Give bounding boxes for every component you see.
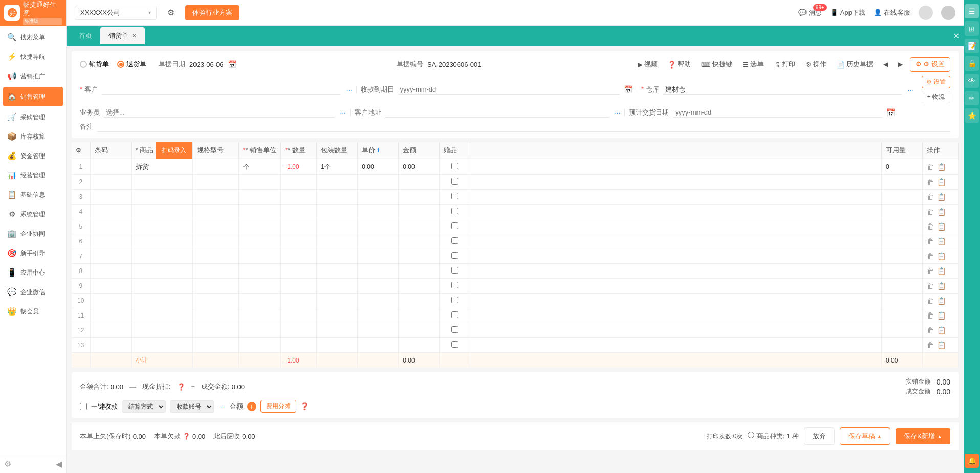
row-unit[interactable] <box>238 264 281 279</box>
row-gift[interactable] <box>440 159 470 175</box>
row-spec[interactable] <box>192 159 238 175</box>
row-delete-icon[interactable]: 🗑 <box>927 208 934 216</box>
due-date-calendar-icon[interactable]: 📅 <box>624 85 633 94</box>
row-barcode[interactable] <box>90 249 131 264</box>
row-spec[interactable] <box>192 264 238 279</box>
row-unit[interactable] <box>238 249 281 264</box>
right-panel-star[interactable]: ⭐ <box>965 108 979 123</box>
trial-button[interactable]: 体验行业方案 <box>185 5 239 20</box>
row-product[interactable] <box>131 338 192 353</box>
row-pkgqty[interactable] <box>317 294 358 308</box>
row-amount[interactable] <box>399 175 440 190</box>
print-btn[interactable]: 🖨打印 <box>771 59 798 70</box>
row-pkgqty[interactable] <box>317 234 358 249</box>
row-product[interactable] <box>131 175 192 190</box>
row-price[interactable] <box>358 294 399 308</box>
row-unit[interactable] <box>238 234 281 249</box>
right-panel-edit[interactable]: ✏ <box>965 91 979 105</box>
row-qty[interactable] <box>281 249 317 264</box>
row-spec[interactable] <box>192 234 238 249</box>
right-panel-lock[interactable]: 🔒 <box>965 56 979 71</box>
sidebar-item-marketing[interactable]: 📢 营销推广 <box>0 66 66 86</box>
row-unit[interactable] <box>238 190 281 205</box>
row-product[interactable] <box>131 249 192 264</box>
shortcut-btn[interactable]: ⌨快捷键 <box>698 59 735 70</box>
user-avatar[interactable] <box>919 6 933 20</box>
row-barcode[interactable] <box>90 234 131 249</box>
online-service-button[interactable]: 👤 在线客服 <box>874 8 910 17</box>
row-pkgqty[interactable] <box>317 308 358 323</box>
tab-close-icon[interactable]: ✕ <box>132 32 137 39</box>
settings-button-right[interactable]: ⚙ 设置 <box>922 76 950 88</box>
settlement-select[interactable]: 结算方式 <box>122 400 166 413</box>
topbar-settings-button[interactable]: ⚙ <box>163 5 179 21</box>
row-gift[interactable] <box>440 323 470 338</box>
row-amount[interactable] <box>399 249 440 264</box>
price-info-icon[interactable]: ℹ <box>377 147 380 154</box>
row-gift[interactable] <box>440 175 470 190</box>
row-product[interactable] <box>131 219 192 234</box>
row-pkgqty[interactable]: 1个 <box>317 159 358 175</box>
company-selector[interactable]: XXXXXX公司 ▾ <box>75 6 157 20</box>
expense-split-button[interactable]: 费用分摊 <box>260 400 296 413</box>
sidebar-item-system[interactable]: ⚙ 系统管理 <box>0 205 66 224</box>
row-spec[interactable] <box>192 338 238 353</box>
row-gift[interactable] <box>440 249 470 264</box>
row-spec[interactable] <box>192 279 238 294</box>
tab-sales-order[interactable]: 销货单 ✕ <box>100 27 145 44</box>
row-gift[interactable] <box>440 190 470 205</box>
right-panel-table-view[interactable]: ☰ <box>965 4 979 18</box>
row-product[interactable] <box>131 234 192 249</box>
select-btn[interactable]: ☰选单 <box>739 59 767 70</box>
row-amount[interactable] <box>399 205 440 219</box>
right-panel-action[interactable]: 🔔 <box>965 454 979 468</box>
row-unit[interactable] <box>238 323 281 338</box>
row-qty[interactable] <box>281 279 317 294</box>
address-dots-btn[interactable]: ··· <box>615 109 621 117</box>
row-spec[interactable] <box>192 294 238 308</box>
row-copy-icon[interactable]: 📋 <box>937 163 946 171</box>
save-draft-button[interactable]: 保存草稿 ▲ <box>840 427 891 445</box>
row-qty[interactable] <box>281 338 317 353</box>
address-input[interactable] <box>385 107 609 118</box>
row-copy-icon[interactable]: 📋 <box>937 252 946 260</box>
row-amount[interactable]: 0.00 <box>399 159 440 175</box>
row-copy-icon[interactable]: 📋 <box>937 282 946 290</box>
row-price[interactable] <box>358 338 399 353</box>
right-panel-note[interactable]: 📝 <box>965 39 979 53</box>
sidebar-item-wechat[interactable]: 💬 企业微信 <box>0 282 66 302</box>
row-price[interactable] <box>358 264 399 279</box>
add-payment-button[interactable]: + <box>247 402 256 411</box>
row-price[interactable] <box>358 219 399 234</box>
scan-button[interactable]: 扫码录入 <box>156 142 192 159</box>
row-pkgqty[interactable] <box>317 279 358 294</box>
row-pkgqty[interactable] <box>317 338 358 353</box>
row-gift[interactable] <box>440 338 470 353</box>
row-product[interactable] <box>131 205 192 219</box>
row-unit[interactable] <box>238 205 281 219</box>
row-product[interactable] <box>131 294 192 308</box>
sidebar-item-enterprise[interactable]: 🏢 企业协同 <box>0 224 66 243</box>
row-delete-icon[interactable]: 🗑 <box>927 282 934 290</box>
row-qty[interactable] <box>281 323 317 338</box>
row-qty[interactable] <box>281 264 317 279</box>
row-barcode[interactable] <box>90 279 131 294</box>
row-unit[interactable] <box>238 294 281 308</box>
row-spec[interactable] <box>192 205 238 219</box>
row-product[interactable] <box>131 279 192 294</box>
row-qty[interactable] <box>281 234 317 249</box>
expected-date-input[interactable] <box>673 107 882 118</box>
row-gift[interactable] <box>440 205 470 219</box>
sidebar-item-search[interactable]: 🔍 搜索菜单 <box>0 28 66 47</box>
right-panel-eye[interactable]: 👁 <box>965 74 979 88</box>
row-price[interactable] <box>358 205 399 219</box>
row-delete-icon[interactable]: 🗑 <box>927 178 934 186</box>
row-qty[interactable] <box>281 294 317 308</box>
row-qty[interactable] <box>281 175 317 190</box>
row-product[interactable] <box>131 264 192 279</box>
row-barcode[interactable] <box>90 190 131 205</box>
row-gift[interactable] <box>440 279 470 294</box>
row-product[interactable] <box>131 323 192 338</box>
row-spec[interactable] <box>192 175 238 190</box>
row-gift[interactable] <box>440 264 470 279</box>
